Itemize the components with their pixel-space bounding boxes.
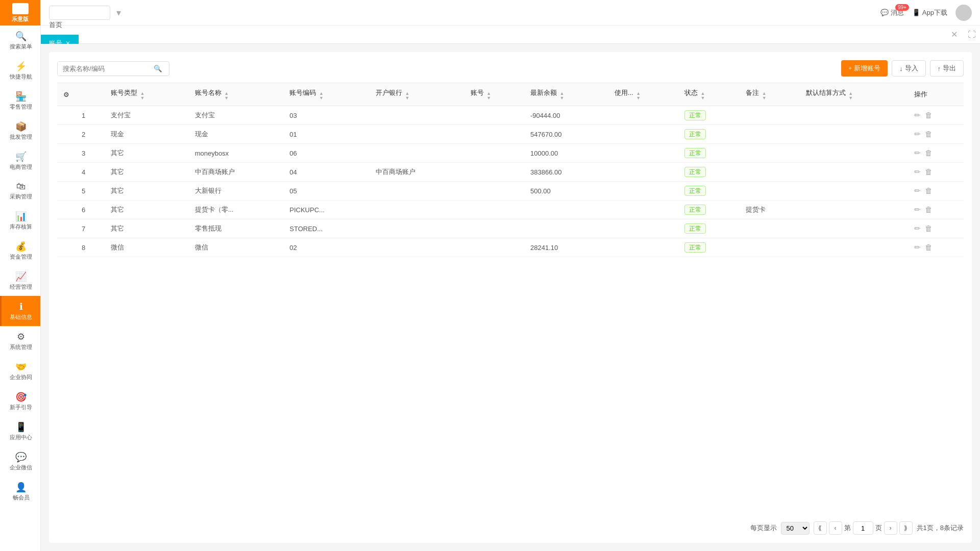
cell-settings-0 xyxy=(57,106,76,125)
th-account-name[interactable]: 账号名称 ▲▼ xyxy=(189,83,284,106)
edit-icon-0[interactable]: ✏ xyxy=(914,111,921,120)
sidebar-label-retail-mgmt: 零售管理 xyxy=(10,103,32,111)
sidebar-item-guide[interactable]: 🎯新手引导 xyxy=(0,386,40,416)
sidebar-icon-wholesale-mgmt: 📦 xyxy=(15,121,27,132)
table-row: 7 其它 零售抵现 STORED... 正常 ✏ 🗑 xyxy=(57,219,964,238)
logo-text: 乐意版 xyxy=(12,15,29,23)
page-size-select[interactable]: 50 100 200 xyxy=(781,522,810,535)
sidebar-label-member: 畅会员 xyxy=(13,494,30,502)
topbar: ▾ 💬 消息 99+ 📱 App下载 xyxy=(41,0,980,26)
th-bank[interactable]: 开户银行 ▲▼ xyxy=(370,83,464,106)
avatar[interactable] xyxy=(955,5,972,21)
cell-name-4: 大新银行 xyxy=(189,182,284,201)
cell-usage-7 xyxy=(608,238,678,257)
close-all-icon[interactable]: ✕ xyxy=(945,30,964,39)
cell-action-5: ✏ 🗑 xyxy=(908,201,964,219)
cell-acctno-4 xyxy=(464,182,524,201)
sidebar-item-search-menu[interactable]: 🔍搜索菜单 xyxy=(0,26,40,56)
edit-icon-1[interactable]: ✏ xyxy=(914,130,921,139)
edit-icon-4[interactable]: ✏ xyxy=(914,186,921,195)
import-label: 导入 xyxy=(905,64,918,73)
edit-icon-6[interactable]: ✏ xyxy=(914,224,921,233)
next-page-button[interactable]: › xyxy=(884,521,897,535)
cell-balance-3: 383866.00 xyxy=(524,163,608,182)
cell-name-6: 零售抵现 xyxy=(189,219,284,238)
sidebar-item-basic-info[interactable]: ℹ基础信息 xyxy=(0,296,40,326)
sidebar-item-finance[interactable]: 💰资金管理 xyxy=(0,236,40,266)
sidebar-item-app-center[interactable]: 📱应用中心 xyxy=(0,416,40,446)
delete-icon-4[interactable]: 🗑 xyxy=(925,186,933,195)
th-account-no[interactable]: 账号 ▲▼ xyxy=(464,83,524,106)
delete-icon-1[interactable]: 🗑 xyxy=(925,130,933,139)
th-remark[interactable]: 备注 ▲▼ xyxy=(740,83,799,106)
status-badge-1: 正常 xyxy=(684,129,706,139)
logo-icon xyxy=(12,3,29,14)
th-usage[interactable]: 使用... ▲▼ xyxy=(608,83,678,106)
delete-icon-3[interactable]: 🗑 xyxy=(925,167,933,177)
th-status[interactable]: 状态 ▲▼ xyxy=(678,83,740,106)
cell-status-1: 正常 xyxy=(678,125,740,144)
delete-icon-2[interactable]: 🗑 xyxy=(925,148,933,158)
sidebar-item-retail-mgmt[interactable]: 🏪零售管理 xyxy=(0,86,40,116)
cell-remark-0 xyxy=(740,106,799,125)
sidebar-item-enterprise[interactable]: 🤝企业协同 xyxy=(0,356,40,386)
cell-bank-4 xyxy=(370,182,464,201)
export-label: 导出 xyxy=(943,64,956,73)
edit-icon-5[interactable]: ✏ xyxy=(914,205,921,214)
th-settings[interactable]: ⚙ xyxy=(57,83,76,106)
th-account-code[interactable]: 账号编码 ▲▼ xyxy=(283,83,370,106)
cell-bank-2 xyxy=(370,144,464,163)
sidebar-item-wechat[interactable]: 💬企业微信 xyxy=(0,446,40,477)
cell-settings-2 xyxy=(57,144,76,163)
topbar-dropdown-icon[interactable]: ▾ xyxy=(116,7,121,18)
status-badge-5: 正常 xyxy=(684,205,706,215)
cell-code-7: 02 xyxy=(283,238,370,257)
sidebar-item-ops[interactable]: 📈经营管理 xyxy=(0,266,40,296)
sidebar-item-system[interactable]: ⚙系统管理 xyxy=(0,326,40,356)
search-input[interactable] xyxy=(58,62,150,76)
th-account-type[interactable]: 账号类型 ▲▼ xyxy=(105,83,189,106)
toolbar: 🔍 + 新增账号 ↓ 导入 ↑ 导出 xyxy=(57,60,964,77)
page-size-label: 每页显示 xyxy=(750,523,777,533)
tab-home[interactable]: 首页 xyxy=(41,16,79,35)
sidebar-item-wholesale-mgmt[interactable]: 📦批发管理 xyxy=(0,116,40,146)
table-row: 8 微信 微信 02 28241.10 正常 ✏ 🗑 xyxy=(57,238,964,257)
first-page-button[interactable]: ⟪ xyxy=(814,521,827,535)
sidebar-label-purchase-mgmt: 采购管理 xyxy=(10,193,32,201)
cell-remark-7 xyxy=(740,238,799,257)
sidebar-item-inventory[interactable]: 📊库存核算 xyxy=(0,206,40,236)
delete-icon-7[interactable]: 🗑 xyxy=(925,243,933,252)
add-account-button[interactable]: + 新增账号 xyxy=(841,60,888,77)
search-button[interactable]: 🔍 xyxy=(150,65,166,72)
sidebar-item-quick-nav[interactable]: ⚡快捷导航 xyxy=(0,56,40,86)
edit-icon-7[interactable]: ✏ xyxy=(914,243,921,252)
th-default-settle[interactable]: 默认结算方式 ▲▼ xyxy=(800,83,908,106)
sidebar-item-ecom-mgmt[interactable]: 🛒电商管理 xyxy=(0,146,40,176)
edit-icon-3[interactable]: ✏ xyxy=(914,167,921,177)
cell-acctno-5 xyxy=(464,201,524,219)
sidebar-item-member[interactable]: 👤畅会员 xyxy=(0,477,40,507)
last-page-button[interactable]: ⟫ xyxy=(899,521,913,535)
sidebar-label-quick-nav: 快捷导航 xyxy=(10,73,32,81)
export-button[interactable]: ↑ 导出 xyxy=(930,60,964,77)
sidebar-label-basic-info: 基础信息 xyxy=(10,313,32,321)
message-button[interactable]: 💬 消息 99+ xyxy=(880,8,904,17)
sidebar-item-purchase-mgmt[interactable]: 🛍采购管理 xyxy=(0,176,40,206)
cell-type-3: 其它 xyxy=(105,163,189,182)
page-input[interactable] xyxy=(853,521,873,535)
topbar-right: 💬 消息 99+ 📱 App下载 xyxy=(880,5,972,21)
delete-icon-0[interactable]: 🗑 xyxy=(925,111,933,120)
expand-icon[interactable]: ⛶ xyxy=(964,30,980,39)
prev-page-button[interactable]: ‹ xyxy=(829,521,842,535)
import-button[interactable]: ↓ 导入 xyxy=(892,60,926,77)
delete-icon-6[interactable]: 🗑 xyxy=(925,224,933,233)
cell-action-4: ✏ 🗑 xyxy=(908,182,964,201)
th-balance[interactable]: 最新余额 ▲▼ xyxy=(524,83,608,106)
delete-icon-5[interactable]: 🗑 xyxy=(925,205,933,214)
sidebar-icon-inventory: 📊 xyxy=(15,211,27,222)
sidebar-label-ecom-mgmt: 电商管理 xyxy=(10,163,32,171)
cell-settings-1 xyxy=(57,125,76,144)
edit-icon-2[interactable]: ✏ xyxy=(914,148,921,158)
cell-action-3: ✏ 🗑 xyxy=(908,163,964,182)
app-download-button[interactable]: 📱 App下载 xyxy=(912,8,947,17)
